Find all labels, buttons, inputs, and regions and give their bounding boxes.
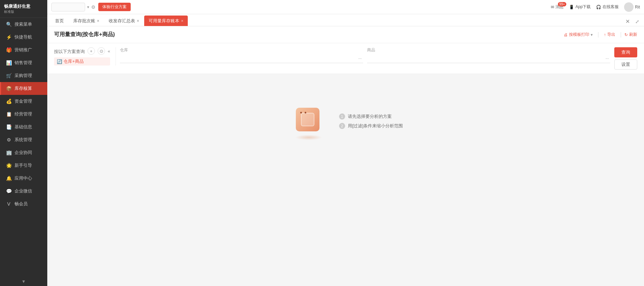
- sidebar-item-sales[interactable]: 📊 销售管理: [0, 56, 47, 69]
- print-chevron-icon[interactable]: ▾: [591, 32, 593, 37]
- sidebar-item-label-search: 搜索菜单: [15, 21, 32, 27]
- warehouse-input-area[interactable]: ···: [120, 54, 363, 63]
- sidebar-edition: 标准版: [4, 9, 43, 14]
- export-button[interactable]: ↑ 导出: [602, 30, 617, 39]
- user-area[interactable]: Rit: [624, 2, 640, 12]
- sidebar-item-label-wechat: 企业微信: [15, 188, 32, 194]
- tab-available-ledger[interactable]: 可用量库存账本 ×: [144, 16, 188, 26]
- tab-deposit-summary-close[interactable]: ×: [137, 19, 139, 23]
- warehouse-more-icon[interactable]: ···: [358, 56, 362, 61]
- page-content: 可用量查询(按仓库+商品) 🖨 按模板打印 ▾ ↑ 导出 ↻ 刷新: [47, 26, 644, 286]
- print-icon: 🖨: [564, 32, 568, 37]
- goods-input-area[interactable]: ···: [367, 54, 610, 63]
- inventory-icon: 📦: [6, 85, 12, 92]
- collapse-button[interactable]: «: [108, 49, 110, 54]
- sidebar-item-search[interactable]: 🔍 搜索菜单: [0, 18, 47, 31]
- mobile-icon: 📱: [569, 5, 574, 9]
- sidebar-item-basic[interactable]: 📑 基础信息: [0, 121, 47, 133]
- scheme-item-warehouse-goods[interactable]: 🔄 仓库+商品: [54, 57, 110, 66]
- tab-available-ledger-close[interactable]: ×: [181, 19, 183, 23]
- sidebar-scroll-down[interactable]: ▼: [0, 277, 47, 286]
- sidebar-item-label-finance: 资金管理: [15, 98, 32, 104]
- system-icon: ⚙: [6, 137, 12, 143]
- filter-fields: 仓库 ··· 商品 ···: [120, 47, 610, 63]
- empty-box-inner: [301, 113, 314, 126]
- avatar: [624, 2, 634, 12]
- tab-batch-ledger-label: 库存批次账: [73, 18, 95, 24]
- sidebar-item-guide[interactable]: 🌟 新手引导: [0, 159, 47, 172]
- tabs-bar-right: ✕ ⤢: [624, 17, 641, 26]
- sidebar-item-label-sales: 销售管理: [15, 60, 32, 66]
- export-icon: ↑: [604, 32, 606, 37]
- refresh-icon: ↻: [624, 32, 628, 37]
- message-badge: 99+: [558, 2, 566, 6]
- sidebar-item-inventory[interactable]: 📦 库存核算: [0, 82, 47, 95]
- online-service-label: 在线客服: [602, 4, 619, 10]
- marketing-icon: 🎁: [6, 47, 12, 53]
- apps-icon: 🔔: [6, 175, 12, 181]
- query-actions: 查询 设置: [614, 47, 637, 70]
- sidebar-item-purchase[interactable]: 🛒 采购管理: [0, 69, 47, 82]
- hint-text-1: 请先选择要分析的方案: [348, 113, 392, 120]
- tab-home[interactable]: 首页: [51, 16, 68, 26]
- sales-icon: 📊: [6, 60, 12, 66]
- sidebar-item-label-purchase: 采购管理: [15, 73, 32, 79]
- finance-icon: 💰: [6, 98, 12, 104]
- tab-batch-ledger-close[interactable]: ×: [97, 19, 99, 23]
- refresh-button[interactable]: ↻ 刷新: [624, 32, 637, 37]
- empty-state-content: 1 请先选择要分析的方案 2 用[过滤]条件来缩小分析范围: [288, 101, 403, 141]
- tabs-bar: 首页 库存批次账 × 收发存汇总表 × 可用量库存账本 × ✕ ⤢: [47, 14, 644, 26]
- operations-icon: 📋: [6, 111, 12, 117]
- topbar-right: ✉ 消息 99+ 📱 App下载 🎧 在线客服 Rit: [551, 2, 640, 12]
- sidebar-item-shortcut[interactable]: ⚡ 快捷导航: [0, 31, 47, 44]
- empty-illustration: [288, 101, 329, 141]
- member-icon: V: [6, 201, 12, 207]
- app-download-label: App下载: [575, 4, 591, 10]
- print-button[interactable]: 🖨 按模板打印 ▾: [562, 30, 595, 39]
- sidebar-item-label-marketing: 营销推广: [15, 47, 32, 53]
- sidebar-brand: 畅康通好生意: [4, 3, 43, 9]
- shortcut-icon: ⚡: [6, 34, 12, 40]
- page-header-actions: 🖨 按模板打印 ▾ ↑ 导出 ↻ 刷新: [562, 30, 637, 39]
- industry-solution-button[interactable]: 体验行业方案: [98, 3, 131, 11]
- gear-icon[interactable]: ⚙: [91, 4, 96, 10]
- sidebar-item-finance[interactable]: 💰 资金管理: [0, 95, 47, 108]
- filter-area: 按以下方案查询 + ⊙ « 🔄 仓库+商品 仓库 ···: [47, 43, 644, 74]
- page-title: 可用量查询(按仓库+商品): [54, 31, 115, 38]
- sidebar-item-operations[interactable]: 📋 经营管理: [0, 108, 47, 121]
- sidebar-item-label-enterprise: 企业协同: [15, 150, 32, 156]
- empty-hint-2: 2 用[过滤]条件来缩小分析范围: [339, 123, 403, 129]
- app-download-button[interactable]: 📱 App下载: [569, 4, 591, 10]
- goods-more-icon[interactable]: ···: [606, 56, 609, 61]
- sidebar-item-label-member: 畅会员: [15, 201, 28, 207]
- close-all-tabs-button[interactable]: ✕: [624, 17, 631, 26]
- query-button[interactable]: 查询: [614, 47, 637, 57]
- sidebar-item-wechat[interactable]: 💬 企业微信: [0, 185, 47, 198]
- chevron-down-icon[interactable]: ▾: [87, 5, 89, 9]
- add-scheme-button[interactable]: +: [87, 47, 95, 55]
- tab-available-ledger-label: 可用量库存账本: [149, 18, 179, 24]
- message-button[interactable]: ✉ 消息 99+: [551, 4, 564, 10]
- sidebar: 畅康通好生意 标准版 🔍 搜索菜单 ⚡ 快捷导航 🎁 营销推广 📊 销售管理 🛒…: [0, 0, 47, 286]
- sidebar-item-enterprise[interactable]: 🏢 企业协同: [0, 146, 47, 159]
- search-icon: 🔍: [6, 21, 12, 27]
- main-area: ▾ ⚙ 体验行业方案 ✉ 消息 99+ 📱 App下载 🎧 在线客服 Rit: [47, 0, 644, 286]
- scheme-settings-button[interactable]: ⊙: [98, 47, 105, 55]
- sidebar-item-member[interactable]: V 畅会员: [0, 198, 47, 210]
- topbar: ▾ ⚙ 体验行业方案 ✉ 消息 99+ 📱 App下载 🎧 在线客服 Rit: [47, 0, 644, 14]
- tab-deposit-summary-label: 收发存汇总表: [109, 18, 135, 24]
- enterprise-icon: 🏢: [6, 150, 12, 156]
- topbar-search-input[interactable]: [51, 3, 85, 11]
- sidebar-item-system[interactable]: ⚙ 系统管理: [0, 133, 47, 146]
- expand-button[interactable]: ⤢: [634, 18, 641, 26]
- hint-number-2: 2: [339, 123, 345, 129]
- tab-deposit-summary[interactable]: 收发存汇总表 ×: [104, 16, 144, 26]
- online-service-button[interactable]: 🎧 在线客服: [596, 4, 619, 10]
- divider-1: [598, 32, 598, 37]
- settings-button[interactable]: 设置: [614, 59, 637, 70]
- scheme-name: 仓库+商品: [63, 58, 84, 64]
- wechat-icon: 💬: [6, 188, 12, 194]
- tab-batch-ledger[interactable]: 库存批次账 ×: [69, 16, 104, 26]
- sidebar-item-marketing[interactable]: 🎁 营销推广: [0, 44, 47, 56]
- sidebar-item-apps[interactable]: 🔔 应用中心: [0, 172, 47, 185]
